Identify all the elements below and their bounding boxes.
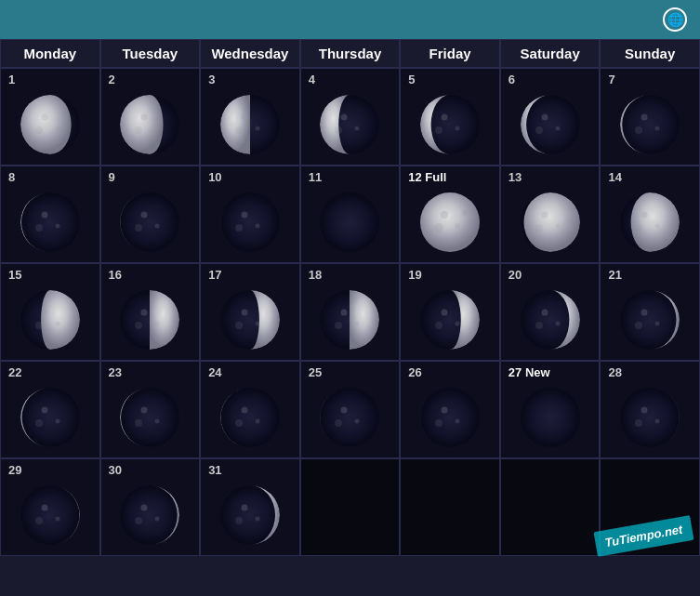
svg-point-33 <box>655 126 660 131</box>
day-headers: Monday Tuesday Wednesday Thursday Friday… <box>0 39 700 68</box>
moon-phase <box>217 381 284 454</box>
calendar-cell: 7 <box>600 68 700 166</box>
date-number: 15 <box>8 268 21 282</box>
date-number: 10 <box>208 170 221 184</box>
day-header-tuesday: Tuesday <box>100 39 201 68</box>
day-header-saturday: Saturday <box>500 39 601 68</box>
date-number: 27 New <box>508 365 550 379</box>
svg-point-121 <box>355 419 360 424</box>
moon-phase <box>116 284 183 356</box>
calendar-cell: 24 <box>200 361 300 458</box>
day-header-monday: Monday <box>0 39 100 68</box>
calendar-cell: 18 <box>300 263 401 361</box>
svg-point-14 <box>235 126 243 134</box>
date-number: 13 <box>508 170 522 184</box>
date-number: 6 <box>508 73 515 86</box>
svg-point-91 <box>456 322 460 326</box>
svg-point-22 <box>442 114 448 121</box>
svg-point-66 <box>655 224 660 229</box>
moon-phase <box>116 88 183 161</box>
svg-point-4 <box>35 126 43 134</box>
date-number: 7 <box>608 73 614 86</box>
calendar-cell: 20 <box>500 263 601 361</box>
calendar-cell: 10 <box>200 166 300 263</box>
svg-point-70 <box>41 310 47 316</box>
svg-point-115 <box>241 407 247 414</box>
svg-point-37 <box>41 212 47 219</box>
calendar-cell: 6 <box>500 68 601 166</box>
svg-point-18 <box>355 126 360 131</box>
calendar-cell: 3 <box>200 68 300 166</box>
svg-point-48 <box>255 224 259 229</box>
svg-point-46 <box>220 192 280 252</box>
svg-point-41 <box>120 192 179 252</box>
moon-phase <box>316 88 383 161</box>
moon-phase <box>416 284 483 356</box>
svg-point-61 <box>555 224 560 229</box>
svg-point-107 <box>35 419 43 427</box>
svg-point-67 <box>635 224 642 232</box>
moon-phase <box>217 284 284 356</box>
svg-point-44 <box>135 224 142 232</box>
svg-point-122 <box>335 419 342 427</box>
svg-point-82 <box>235 322 243 329</box>
svg-point-56 <box>434 223 443 232</box>
moon-phase <box>217 186 284 258</box>
svg-point-110 <box>141 407 148 414</box>
calendar-cell: 9 <box>100 166 201 263</box>
moon-phase <box>217 88 284 161</box>
moon-phase <box>517 284 584 356</box>
svg-point-136 <box>20 485 80 545</box>
svg-point-53 <box>420 192 480 252</box>
date-number: 20 <box>508 268 522 282</box>
svg-point-149 <box>235 517 243 524</box>
svg-point-100 <box>641 310 648 316</box>
calendar-cell: 14 <box>600 166 700 263</box>
svg-point-8 <box>155 126 160 131</box>
day-header-wednesday: Wednesday <box>200 39 300 68</box>
calendar-cell: 1 <box>0 68 100 166</box>
svg-point-17 <box>341 114 348 121</box>
svg-point-43 <box>155 224 160 229</box>
svg-point-2 <box>41 114 47 121</box>
date-number: 29 <box>8 463 21 477</box>
svg-point-72 <box>35 322 43 329</box>
header-icons: 🌐 <box>655 7 687 32</box>
moon-phase <box>116 186 183 258</box>
date-number: 22 <box>8 365 21 379</box>
svg-point-47 <box>241 212 247 219</box>
svg-point-23 <box>456 126 460 131</box>
svg-point-49 <box>235 224 243 232</box>
calendar-cell: 25 <box>300 361 401 458</box>
day-header-thursday: Thursday <box>300 39 401 68</box>
moon-phase <box>517 381 584 454</box>
globe-icon: 🌐 <box>663 7 687 32</box>
svg-point-65 <box>641 212 648 219</box>
date-number: 9 <box>109 170 115 184</box>
svg-point-97 <box>535 322 543 329</box>
date-number: 26 <box>408 365 421 379</box>
svg-point-87 <box>335 322 342 329</box>
svg-point-142 <box>141 505 148 511</box>
svg-point-38 <box>55 224 59 229</box>
svg-point-32 <box>641 114 648 121</box>
date-number: 30 <box>109 463 122 477</box>
svg-point-81 <box>255 322 259 326</box>
moon-phase <box>616 186 683 258</box>
calendar-cell: 13 <box>500 166 601 263</box>
svg-point-71 <box>55 322 59 326</box>
svg-point-7 <box>141 114 148 121</box>
page-header: 🌐 <box>0 0 700 39</box>
calendar-cell: 30 <box>100 458 201 556</box>
svg-point-101 <box>655 322 660 326</box>
svg-point-28 <box>555 126 560 131</box>
svg-point-126 <box>456 419 460 424</box>
moon-phase <box>17 381 84 454</box>
svg-point-129 <box>521 388 580 447</box>
svg-point-105 <box>41 407 47 414</box>
date-number: 18 <box>309 268 322 282</box>
svg-point-117 <box>235 419 243 427</box>
moon-phase <box>316 186 383 258</box>
svg-point-137 <box>41 505 47 511</box>
svg-point-54 <box>441 211 448 219</box>
